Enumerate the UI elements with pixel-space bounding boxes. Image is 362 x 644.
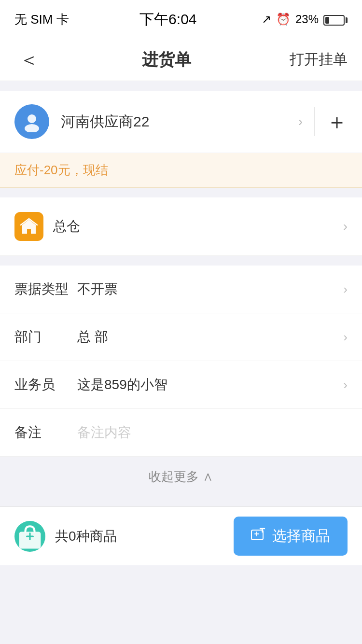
salesman-label: 业务员	[14, 376, 77, 394]
dept-chevron-icon: ›	[343, 330, 348, 345]
remark-row[interactable]: 备注 备注内容	[0, 409, 362, 457]
form-section: 票据类型 不开票 › 部门 总 部 › 业务员 这是859的小智 › 备注 备注…	[0, 266, 362, 457]
carrier-label: 无 SIM 卡	[14, 11, 69, 28]
dept-value: 总 部	[77, 328, 338, 346]
section-gap-4	[0, 497, 362, 506]
supplier-chevron-icon: ›	[298, 114, 303, 129]
dept-row[interactable]: 部门 总 部 ›	[0, 313, 362, 361]
status-bar: 无 SIM 卡 下午6:04 ↗ ⏰ 23%	[0, 0, 362, 39]
invoice-value: 不开票	[77, 280, 338, 298]
supplier-name: 河南供应商22	[61, 112, 298, 132]
warehouse-section: 总仓 ›	[0, 197, 362, 256]
invoice-chevron-icon: ›	[343, 282, 348, 297]
svg-point-1	[25, 124, 39, 132]
salesman-row[interactable]: 业务员 这是859的小智 ›	[0, 361, 362, 409]
status-time: 下午6:04	[139, 10, 196, 29]
supplier-divider	[314, 107, 315, 136]
salesman-value: 这是859的小智	[77, 376, 338, 394]
bottom-bar: 共0种商品 选择商品	[0, 506, 362, 565]
open-pending-button[interactable]: 打开挂单	[290, 50, 348, 70]
supplier-row[interactable]: 河南供应商22 › ＋	[0, 91, 362, 153]
add-supplier-button[interactable]: ＋	[326, 111, 348, 132]
supplier-section: 河南供应商22 › ＋ 应付-20元，现结	[0, 91, 362, 188]
select-product-label: 选择商品	[272, 526, 330, 546]
warehouse-icon-wrap	[14, 212, 43, 241]
notice-text: 应付-20元，现结	[14, 163, 108, 177]
status-left: 无 SIM 卡	[14, 11, 75, 28]
svg-point-0	[28, 114, 36, 123]
section-gap-3	[0, 256, 362, 266]
location-icon: ↗	[262, 13, 271, 26]
select-product-button[interactable]: 选择商品	[234, 517, 348, 556]
section-gap-1	[0, 81, 362, 91]
section-gap-2	[0, 188, 362, 197]
warehouse-name: 总仓	[53, 217, 343, 236]
status-right: ↗ ⏰ 23%	[262, 12, 348, 27]
remark-input[interactable]: 备注内容	[77, 423, 348, 442]
dept-label: 部门	[14, 328, 77, 346]
supplier-avatar	[14, 104, 49, 139]
salesman-chevron-icon: ›	[343, 378, 348, 392]
product-icon-wrap	[14, 521, 45, 552]
page-title: 进货单	[142, 49, 191, 71]
warehouse-chevron-icon: ›	[343, 219, 348, 234]
select-product-icon	[251, 528, 266, 545]
warehouse-row[interactable]: 总仓 ›	[0, 197, 362, 256]
notice-bar: 应付-20元，现结	[0, 153, 362, 188]
content: 河南供应商22 › ＋ 应付-20元，现结 总仓 ›	[0, 81, 362, 565]
product-count: 共0种商品	[55, 527, 234, 546]
collapse-toggle[interactable]: 收起更多 ∧	[0, 457, 362, 497]
back-button[interactable]: ＜	[14, 42, 43, 78]
nav-bar: ＜ 进货单 打开挂单	[0, 39, 362, 81]
collapse-label: 收起更多 ∧	[149, 468, 213, 485]
invoice-row[interactable]: 票据类型 不开票 ›	[0, 266, 362, 313]
alarm-icon: ⏰	[276, 13, 291, 26]
battery-icon	[323, 12, 348, 27]
battery-percent: 23%	[295, 13, 319, 26]
invoice-label: 票据类型	[14, 280, 77, 298]
remark-label: 备注	[14, 423, 77, 442]
